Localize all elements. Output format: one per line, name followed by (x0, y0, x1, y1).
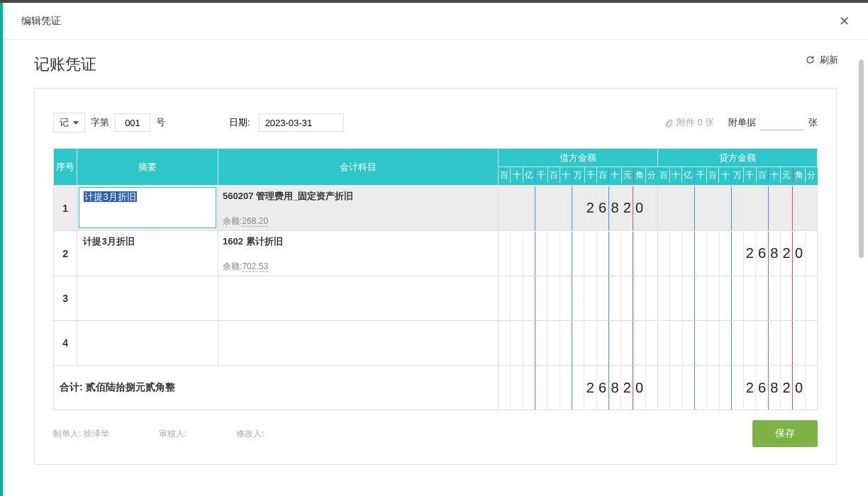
scrollbar[interactable] (859, 60, 864, 258)
debit-cell[interactable] (499, 321, 658, 366)
bill-count-input[interactable] (760, 115, 804, 130)
row-seq: 1 (54, 186, 77, 231)
summary-cell[interactable]: 计提3月折旧 (77, 231, 218, 276)
voucher-type-select[interactable]: 记 (53, 113, 85, 133)
paperclip-icon (664, 118, 674, 128)
preparer: 制单人: 徐泽华 (53, 428, 109, 440)
credit-units: 百十亿千百十万千百十元角分 (658, 167, 818, 186)
total-credit: 26820 (658, 366, 818, 410)
summary-cell[interactable] (77, 321, 218, 366)
credit-cell[interactable]: 26820 (658, 231, 818, 276)
voucher-card: 记 字第 号 日期: 附件 0 张 (34, 88, 837, 465)
date-label: 日期: (229, 116, 250, 129)
word-label: 字第 (91, 116, 109, 129)
col-seq: 序号 (54, 149, 77, 186)
page-title: 记账凭证 (34, 54, 837, 75)
bill-label: 附单据 (728, 116, 756, 129)
modifier: 修改人: (236, 428, 264, 440)
credit-cell[interactable] (658, 186, 818, 231)
modal-title: 编辑凭证 (21, 15, 61, 28)
table-row[interactable]: 4 (54, 321, 818, 366)
table-row[interactable]: 2计提3月折旧1602 累计折旧余额:702.5326820 (54, 231, 818, 276)
save-button[interactable]: 保存 (752, 420, 818, 447)
debit-units: 百十亿千百十万千百十元角分 (499, 167, 658, 186)
date-input[interactable] (259, 113, 344, 132)
auditor: 审核人: (159, 428, 187, 440)
credit-cell[interactable] (658, 276, 818, 321)
debit-cell[interactable] (499, 276, 658, 321)
hao-label: 号 (156, 116, 165, 129)
account-cell[interactable]: 560207 管理费用_固定资产折旧余额:268.20 (218, 186, 499, 231)
account-cell[interactable]: 1602 累计折旧余额:702.53 (218, 231, 499, 276)
voucher-table: 序号 摘要 会计科目 借方金额 贷方金额 百十亿千百十万千百十元角分 百十亿千百… (53, 148, 818, 410)
col-summary: 摘要 (77, 149, 218, 186)
refresh-button[interactable]: 刷新 (806, 54, 838, 67)
total-debit: 26820 (499, 366, 658, 410)
table-row[interactable]: 3 (54, 276, 818, 321)
bill-suffix: 张 (808, 116, 818, 129)
credit-cell[interactable] (658, 321, 818, 366)
close-button[interactable]: ✕ (835, 9, 854, 33)
total-label: 合计: 贰佰陆拾捌元贰角整 (54, 366, 499, 410)
account-cell[interactable] (218, 276, 499, 321)
summary-cell[interactable]: 计提3月折旧 (77, 186, 218, 231)
refresh-icon (806, 55, 815, 64)
row-seq: 3 (54, 276, 77, 321)
summary-cell[interactable] (77, 276, 218, 321)
voucher-number-input[interactable] (115, 113, 150, 132)
debit-cell[interactable] (499, 231, 658, 276)
col-credit: 贷方金额 (658, 149, 818, 167)
attachment-link[interactable]: 附件 0 张 (664, 116, 714, 129)
table-row[interactable]: 1计提3月折旧560207 管理费用_固定资产折旧余额:268.2026820 (54, 186, 818, 231)
col-debit: 借方金额 (499, 149, 658, 167)
chevron-down-icon (73, 121, 79, 125)
row-seq: 2 (54, 231, 77, 276)
col-account: 会计科目 (218, 149, 499, 186)
row-seq: 4 (54, 321, 77, 366)
account-cell[interactable] (218, 321, 499, 366)
edit-voucher-modal: 编辑凭证 ✕ 记账凭证 刷新 记 字第 号 日期: (3, 3, 868, 496)
debit-cell[interactable]: 26820 (499, 186, 658, 231)
